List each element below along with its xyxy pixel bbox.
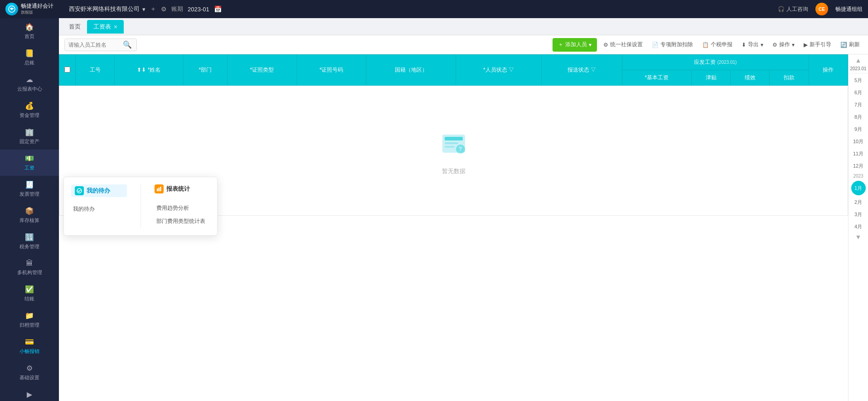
th-id-type: *证照类型 — [227, 55, 296, 86]
table-header-row: 工号 ⬆⬇ *姓名 *部门 *证照类型 *证照号码 国籍（地区） *人员状态 ▽ — [59, 55, 848, 70]
th-person-status: *人员状态 ▽ — [456, 55, 542, 86]
inventory-icon: 📦 — [25, 207, 34, 215]
timeline-month-8[interactable]: 8月 — [850, 111, 867, 123]
export-icon: ⬇ — [742, 42, 746, 48]
search-icon[interactable]: 🔍 — [123, 40, 132, 49]
timeline-month-11[interactable]: 11月 — [850, 148, 867, 159]
top-header: 畅捷通好会计 旗舰版 西安虾米网络科技有限公司 ▾ ＋ ⚙ 账期 2023-01… — [0, 0, 868, 18]
svg-text:?: ? — [459, 146, 462, 152]
sidebar-item-tax[interactable]: 🔢 税务管理 — [0, 228, 59, 255]
dropdown-dept-item[interactable]: 部门费用类型统计表 — [155, 215, 210, 228]
select-all-checkbox[interactable] — [64, 67, 70, 72]
sidebar-item-assets[interactable]: 🏢 固定资产 — [0, 123, 59, 150]
sidebar-item-basic[interactable]: ⚙ 基础设置 — [0, 359, 59, 386]
tax-deduction-action[interactable]: 📄 专项附加扣除 — [649, 39, 696, 51]
timeline-month-1-active[interactable]: 1月 — [851, 181, 866, 195]
sidebar-item-funds[interactable]: 💰 资金管理 — [0, 97, 59, 123]
timeline-nav-down[interactable]: ▼ — [852, 233, 865, 241]
svg-point-1 — [11, 8, 13, 10]
timeline-nav-up[interactable]: ▲ — [852, 56, 865, 64]
calendar-icon[interactable]: 📅 — [214, 5, 222, 13]
sidebar: 🏠 首页 📒 总账 ☁ 云报表中心 💰 资金管理 🏢 固定资产 💵 工资 🧾 发… — [0, 18, 59, 401]
social-insurance-action[interactable]: ⚙ 统一社保设置 — [601, 39, 645, 51]
th-id-number: *证照号码 — [296, 55, 366, 86]
tab-salary-table[interactable]: 工资表 × — [87, 20, 124, 34]
personal-tax-icon: 📋 — [702, 42, 709, 48]
operation-action[interactable]: ⚙ 操作 ▾ — [770, 39, 797, 51]
filter-icon2[interactable]: ▽ — [591, 67, 596, 73]
add-icon[interactable]: ＋ — [150, 5, 156, 13]
svg-rect-9 — [157, 188, 158, 191]
th-department: *部门 — [183, 55, 227, 86]
timeline-month-3[interactable]: 3月 — [850, 209, 867, 220]
dropdown-todo-item[interactable]: 我的待办 — [71, 203, 127, 216]
th-checkbox — [59, 55, 76, 86]
sidebar-item-home[interactable]: 🏠 首页 — [0, 18, 59, 44]
svg-rect-11 — [160, 187, 161, 191]
user-name: 畅捷通组组 — [835, 5, 863, 13]
new-guide-action[interactable]: ▶ 新手引导 — [801, 39, 834, 51]
timeline-month-2[interactable]: 2月 — [850, 197, 867, 208]
th-allowance: 津贴 — [691, 70, 730, 86]
timeline-month-6[interactable]: 6月 — [850, 87, 867, 98]
timeline-month-10[interactable]: 10月 — [850, 136, 867, 147]
dropdown-todo-title[interactable]: 我的待办 — [71, 184, 127, 197]
refresh-action[interactable]: 🔄 刷新 — [838, 39, 863, 51]
timeline-year-2023: 2023 — [852, 172, 864, 180]
xiaochang-icon: 💳 — [25, 338, 34, 346]
dropdown-divider — [141, 184, 141, 228]
logo-area: 畅捷通好会计 旗舰版 — [5, 3, 64, 15]
funds-icon: 💰 — [25, 101, 34, 110]
sidebar-item-archive[interactable]: 📁 归档管理 — [0, 307, 59, 333]
timeline-month-12[interactable]: 12月 — [850, 160, 867, 172]
th-deduction: 扣款 — [770, 70, 809, 86]
tax-icon: 🔢 — [25, 233, 34, 242]
th-report-status: 报送状态 ▽ — [541, 55, 622, 86]
dropdown-col-reports: 报表统计 费用趋势分析 部门费用类型统计表 — [155, 184, 210, 228]
ledger-icon: 📒 — [25, 49, 34, 58]
search-box[interactable]: 🔍 — [64, 39, 137, 51]
empty-text: 暂无数据 — [442, 167, 466, 175]
sidebar-item-xiaochang[interactable]: 💳 小畅报销 — [0, 333, 59, 359]
export-dropdown-icon: ▾ — [761, 42, 763, 48]
toolbar: 🔍 ＋ 添加人员 ▾ ⚙ 统一社保设置 📄 专项附加扣除 📋 — [59, 35, 868, 54]
tab-close-icon[interactable]: × — [114, 23, 117, 30]
sidebar-item-reports[interactable]: ☁ 云报表中心 — [0, 71, 59, 97]
settings-icon[interactable]: ⚙ — [161, 5, 167, 13]
tab-home[interactable]: 首页 — [63, 20, 87, 34]
timeline-month-7[interactable]: 7月 — [850, 99, 867, 111]
reports-icon — [155, 184, 164, 193]
user-avatar: CE — [815, 3, 828, 15]
dropdown-arrow-icon: ▾ — [589, 42, 592, 48]
company-selector[interactable]: 西安虾米网络科技有限公司 ▾ — [69, 5, 145, 13]
operation-dropdown-icon: ▾ — [792, 42, 795, 48]
sidebar-item-guide[interactable]: ▶ 新手引导 — [0, 386, 59, 401]
logo-text: 畅捷通好会计 — [21, 3, 53, 9]
assets-icon: 🏢 — [25, 128, 34, 136]
archive-icon: 📁 — [25, 311, 34, 320]
dropdown-trend-item[interactable]: 费用趋势分析 — [155, 202, 210, 215]
sidebar-item-invoice[interactable]: 🧾 发票管理 — [0, 176, 59, 202]
support-button[interactable]: 🎧 人工咨询 — [778, 5, 808, 13]
add-person-button[interactable]: ＋ 添加人员 ▾ — [553, 38, 597, 52]
export-action[interactable]: ⬇ 导出 ▾ — [739, 39, 766, 51]
salary-icon: 💵 — [25, 154, 34, 163]
filter-icon[interactable]: ▽ — [509, 67, 514, 73]
basic-icon: ⚙ — [26, 364, 33, 372]
new-guide-icon: ▶ — [804, 42, 808, 48]
th-employee-id: 工号 — [76, 55, 115, 86]
sidebar-item-ledger[interactable]: 📒 总账 — [0, 44, 59, 71]
search-input[interactable] — [68, 42, 123, 48]
sidebar-item-closing[interactable]: ✅ 结账 — [0, 280, 59, 307]
timeline-month-5[interactable]: 5月 — [850, 75, 867, 86]
timeline-month-4[interactable]: 4月 — [850, 221, 867, 232]
sidebar-item-inventory[interactable]: 📦 库存核算 — [0, 202, 59, 228]
dropdown-reports-title[interactable]: 报表统计 — [155, 184, 210, 196]
home-icon: 🏠 — [25, 23, 34, 31]
sidebar-item-salary[interactable]: 💵 工资 — [0, 150, 59, 176]
timeline-month-9[interactable]: 9月 — [850, 124, 867, 135]
sidebar-item-multi[interactable]: 🏛 多机构管理 — [0, 255, 59, 280]
refresh-icon: 🔄 — [840, 42, 847, 48]
period-value: 2023-01 — [188, 6, 209, 13]
personal-tax-action[interactable]: 📋 个税申报 — [699, 39, 735, 51]
